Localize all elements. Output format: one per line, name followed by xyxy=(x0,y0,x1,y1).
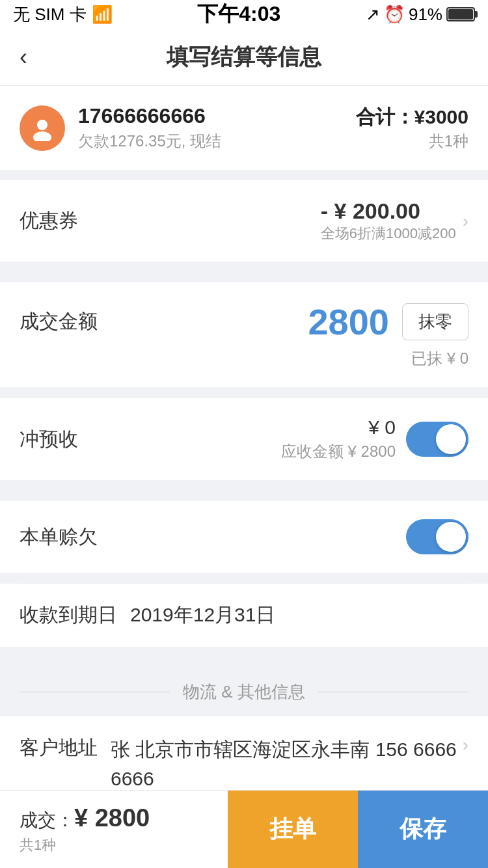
bottom-summary-top: 成交：¥ 2800 xyxy=(20,804,208,833)
status-bar: 无 SIM 卡 📶 下午4:03 ↗ ⏰ 91% xyxy=(0,0,488,29)
amount-right: 2800 抹零 xyxy=(308,301,468,343)
carrier-label: 无 SIM 卡 xyxy=(13,3,87,26)
coupon-section[interactable]: 优惠券 - ¥ 200.00 全场6折满1000减200 › xyxy=(0,180,488,262)
round-button[interactable]: 抹零 xyxy=(402,303,468,340)
amount-sub: 已抹 ¥ 0 xyxy=(20,348,468,369)
duedate-label: 收款到期日 xyxy=(20,602,117,629)
avatar xyxy=(20,105,65,151)
prepay-toggle[interactable] xyxy=(406,422,468,457)
customer-left: 17666666666 欠款1276.35元, 现结 xyxy=(20,104,221,152)
duedate-inner: 收款到期日 2019年12月31日 xyxy=(0,584,488,647)
prepay-label: 冲预收 xyxy=(20,426,78,453)
chevron-right-icon: › xyxy=(463,211,468,232)
logistics-line-right xyxy=(318,692,468,692)
status-right: ↗ ⏰ 91% xyxy=(366,5,475,25)
coupon-discount: - ¥ 200.00 xyxy=(321,198,456,224)
logistics-line-left xyxy=(20,692,170,692)
coupon-row[interactable]: 优惠券 - ¥ 200.00 全场6折满1000减200 › xyxy=(0,180,488,262)
back-button[interactable]: ‹ xyxy=(13,37,34,77)
page-title: 填写结算等信息 xyxy=(167,42,321,72)
debt-label: 本单赊欠 xyxy=(20,524,98,550)
amount-row: 成交金额 2800 抹零 xyxy=(20,301,468,343)
bottom-bar: 成交：¥ 2800 共1种 挂单 保存 xyxy=(0,790,488,868)
bottom-summary-count: 共1种 xyxy=(20,835,208,855)
debt-inner: 本单赊欠 xyxy=(0,501,488,573)
location-icon: ↗ xyxy=(366,5,380,25)
wifi-icon: 📶 xyxy=(92,5,113,25)
summary-amount: ¥ 2800 xyxy=(74,804,150,832)
prepay-inner: 冲预收 ¥ 0 应收金额 ¥ 2800 xyxy=(0,398,488,480)
logistics-header: 物流 & 其他信息 xyxy=(0,668,488,716)
content: 17666666666 欠款1276.35元, 现结 合计：¥3000 共1种 … xyxy=(0,86,488,868)
logistics-text: 物流 & 其他信息 xyxy=(183,681,305,703)
customer-row: 17666666666 欠款1276.35元, 现结 合计：¥3000 共1种 xyxy=(0,86,488,170)
amount-section: 成交金额 2800 抹零 已抹 ¥ 0 xyxy=(0,282,488,387)
toggle-knob xyxy=(436,424,466,454)
prepay-section: 冲预收 ¥ 0 应收金额 ¥ 2800 xyxy=(0,398,488,480)
nav-bar: ‹ 填写结算等信息 xyxy=(0,29,488,86)
total-count: 共1种 xyxy=(356,131,468,152)
status-time: 下午4:03 xyxy=(197,0,280,29)
debt-toggle[interactable] xyxy=(406,519,468,554)
customer-info: 17666666666 欠款1276.35元, 现结 xyxy=(78,104,221,152)
battery-label: 91% xyxy=(409,5,442,25)
alarm-icon: ⏰ xyxy=(384,5,405,25)
coupon-sub: 全场6折满1000减200 xyxy=(321,224,456,243)
prepay-right: ¥ 0 应收金额 ¥ 2800 xyxy=(281,416,468,462)
amount-label: 成交金额 xyxy=(20,308,98,335)
bottom-summary: 成交：¥ 2800 共1种 xyxy=(0,804,228,855)
address-label: 客户地址 xyxy=(20,735,98,761)
gray-separator-3 xyxy=(0,657,488,668)
prepay-amount: ¥ 0 xyxy=(281,416,396,439)
amount-value: 2800 xyxy=(308,301,389,343)
address-chevron-icon: › xyxy=(463,735,468,755)
address-row[interactable]: 客户地址 张 北京市市辖区海淀区永丰南 156 6666 6666 › xyxy=(20,735,468,793)
duedate-row: 收款到期日 2019年12月31日 xyxy=(20,602,468,629)
amount-inner: 成交金额 2800 抹零 已抹 ¥ 0 xyxy=(0,282,488,387)
gray-separator-2 xyxy=(0,491,488,501)
address-value: 张 北京市市辖区海淀区永丰南 156 6666 6666 xyxy=(111,735,463,793)
svg-point-1 xyxy=(33,131,51,141)
duedate-section: 收款到期日 2019年12月31日 xyxy=(0,584,488,647)
svg-point-0 xyxy=(37,120,47,130)
battery-icon xyxy=(446,7,475,21)
prepay-row: 冲预收 ¥ 0 应收金额 ¥ 2800 xyxy=(20,416,468,462)
coupon-right: - ¥ 200.00 全场6折满1000减200 › xyxy=(321,198,468,243)
save-button[interactable]: 保存 xyxy=(358,791,488,869)
debt-section: 本单赊欠 xyxy=(0,501,488,573)
customer-phone: 17666666666 xyxy=(78,104,221,128)
customer-sub: 欠款1276.35元, 现结 xyxy=(78,131,221,152)
duedate-value: 2019年12月31日 xyxy=(130,602,275,629)
total-label: 合计：¥3000 xyxy=(356,104,468,131)
status-left: 无 SIM 卡 📶 xyxy=(13,3,113,26)
debt-toggle-knob xyxy=(436,522,466,552)
coupon-label: 优惠券 xyxy=(20,208,78,234)
hold-button[interactable]: 挂单 xyxy=(228,791,358,869)
customer-section: 17666666666 欠款1276.35元, 现结 合计：¥3000 共1种 xyxy=(0,86,488,170)
customer-right: 合计：¥3000 共1种 xyxy=(356,104,468,152)
summary-prefix: 成交： xyxy=(20,810,74,830)
gray-separator xyxy=(0,272,488,282)
prepay-sub: 应收金额 ¥ 2800 xyxy=(281,441,396,462)
debt-row: 本单赊欠 xyxy=(20,519,468,554)
